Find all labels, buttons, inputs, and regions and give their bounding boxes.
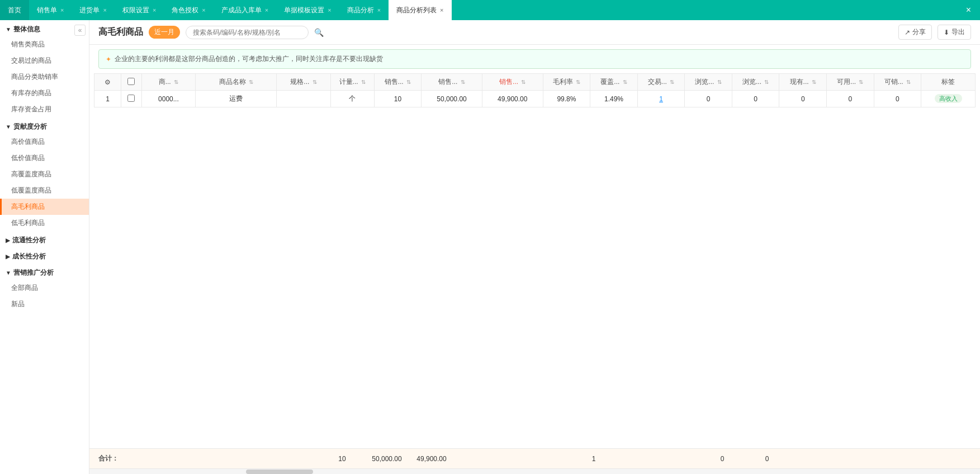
col-header-code[interactable]: 商... ⇅ <box>141 74 196 91</box>
data-table: ⚙ 商... ⇅ 商品名称 ⇅ <box>94 73 976 107</box>
sort-icon-14: ⇅ <box>859 79 863 85</box>
sidebar-collapse-button[interactable]: « <box>74 25 86 36</box>
export-icon: ⬇ <box>944 29 949 36</box>
cell-gross-rate: 99.8% <box>543 91 590 107</box>
nav-permission-settings[interactable]: 权限设置 × <box>115 0 164 20</box>
col-header-sale-profit[interactable]: 销售... ⇅ <box>482 74 543 91</box>
sidebar-item-category-rate[interactable]: 商品分类助销率 <box>0 69 89 85</box>
nav-goods-analysis[interactable]: 商品分析 × <box>339 0 389 20</box>
nav-home[interactable]: 首页 <box>0 0 29 20</box>
col-header-cover[interactable]: 覆盖... ⇅ <box>590 74 638 91</box>
select-all-checkbox[interactable] <box>127 78 135 85</box>
tag-high-income: 高收入 <box>935 94 962 103</box>
sort-icon-2: ⇅ <box>249 79 253 85</box>
row-checkbox[interactable] <box>127 95 135 102</box>
nav-goods-analysis-list[interactable]: 商品分析列表 × <box>389 0 451 20</box>
col-header-index: ⚙ <box>94 74 121 91</box>
footer-sale-amt: 50,000.00 <box>364 455 409 463</box>
sort-icon-11: ⇅ <box>717 79 722 85</box>
col-header-name[interactable]: 商品名称 ⇅ <box>196 74 277 91</box>
sidebar-item-traded-goods[interactable]: 交易过的商品 <box>0 53 89 69</box>
export-button[interactable]: ⬇ 导出 <box>938 25 971 40</box>
top-navigation: 首页 销售单 × 进货单 × 权限设置 × 角色授权 × 产成品入库单 × 单据… <box>0 0 980 20</box>
sidebar-item-new-goods[interactable]: 新品 <box>0 296 89 312</box>
footer-sale-qty: 10 <box>320 455 364 463</box>
nav-product-inbound[interactable]: 产成品入库单 × <box>214 0 276 20</box>
sidebar-item-low-coverage[interactable]: 低覆盖度商品 <box>0 182 89 199</box>
close-product-inbound[interactable]: × <box>265 7 268 13</box>
cell-tag: 高收入 <box>921 91 976 107</box>
sidebar-item-low-margin[interactable]: 低毛利商品 <box>0 215 89 231</box>
filter-button[interactable]: 近一月 <box>149 26 180 39</box>
close-purchase-order[interactable]: × <box>103 7 106 13</box>
close-goods-analysis-list[interactable]: × <box>440 7 443 13</box>
horizontal-scrollbar[interactable] <box>89 468 980 474</box>
col-header-trade[interactable]: 交易... ⇅ <box>637 74 685 91</box>
nav-role-auth[interactable]: 角色授权 × <box>164 0 213 20</box>
close-permission-settings[interactable]: × <box>153 7 156 13</box>
cell-stock2: 0 <box>827 91 874 107</box>
sort-icon-10: ⇅ <box>670 79 674 85</box>
col-header-sale-amt[interactable]: 销售... ⇅ <box>422 74 482 91</box>
cell-browse2: 0 <box>732 91 779 107</box>
cell-sale-amt: 50,000.00 <box>422 91 482 107</box>
share-button[interactable]: ↗ 分享 <box>898 25 932 40</box>
cell-trade: 1 <box>637 91 685 107</box>
col-header-gross-rate[interactable]: 毛利率 ⇅ <box>543 74 590 91</box>
col-header-tag: 标签 <box>921 74 976 91</box>
arrow-icon-5: ▼ <box>6 270 11 276</box>
cell-code: 0000... <box>141 91 196 107</box>
sort-icon-15: ⇅ <box>906 79 911 85</box>
sidebar-group-growth[interactable]: ▶ 成长性分析 <box>0 247 89 264</box>
search-button[interactable]: 🔍 <box>314 28 324 37</box>
col-header-spec[interactable]: 规格... ⇅ <box>277 74 331 91</box>
sidebar-item-all-goods[interactable]: 全部商品 <box>0 280 89 296</box>
close-template-settings[interactable]: × <box>328 7 331 13</box>
arrow-icon-2: ▼ <box>6 124 11 130</box>
sort-icon-12: ⇅ <box>764 79 769 85</box>
close-role-auth[interactable]: × <box>202 7 205 13</box>
sidebar-item-sales-goods[interactable]: 销售类商品 <box>0 36 89 53</box>
cell-browse1: 0 <box>685 91 732 107</box>
nav-sales-order[interactable]: 销售单 × <box>29 0 72 20</box>
sidebar-item-low-value[interactable]: 低价值商品 <box>0 150 89 166</box>
info-banner: ✦ 企业的主要的利润都是这部分商品创造的，可考虑加大推广，同时关注库存是不要出现… <box>98 49 971 69</box>
sidebar-group-circulation[interactable]: ▶ 流通性分析 <box>0 231 89 247</box>
col-header-check[interactable] <box>121 74 141 91</box>
footer-spacer <box>130 455 320 463</box>
settings-icon[interactable]: ⚙ <box>105 78 111 86</box>
window-close-button[interactable]: × <box>957 5 980 15</box>
col-header-browse1[interactable]: 浏览... ⇅ <box>685 74 732 91</box>
col-header-stock1[interactable]: 现有... ⇅ <box>779 74 827 91</box>
col-header-unit[interactable]: 计量... ⇅ <box>330 74 374 91</box>
table-row: 1 0000... 运费 个 10 50,000.00 49,900.00 <box>94 91 976 107</box>
sidebar-group-contribution[interactable]: ▼ 贡献度分析 <box>0 118 89 134</box>
col-header-sale-qty[interactable]: 销售... ⇅ <box>374 74 422 91</box>
sidebar-item-in-stock-goods[interactable]: 有库存的商品 <box>0 85 89 101</box>
scrollbar-thumb[interactable] <box>246 470 313 474</box>
sidebar-item-stock-capital[interactable]: 库存资金占用 <box>0 101 89 118</box>
cell-sale-profit: 49,900.00 <box>482 91 543 107</box>
close-sales-order[interactable]: × <box>60 7 64 13</box>
nav-purchase-order[interactable]: 进货单 × <box>72 0 114 20</box>
footer-values: 10 50,000.00 49,900.00 1 0 0 <box>130 455 971 463</box>
close-goods-analysis[interactable]: × <box>377 7 381 13</box>
info-icon: ✦ <box>106 55 111 63</box>
cell-check[interactable] <box>121 91 141 107</box>
cell-sale-qty: 10 <box>374 91 422 107</box>
cell-unit: 个 <box>330 91 374 107</box>
footer-summary: 合计： 10 50,000.00 49,900.00 1 0 0 <box>89 448 980 468</box>
search-input[interactable] <box>186 26 309 39</box>
col-header-browse2[interactable]: 浏览... ⇅ <box>732 74 779 91</box>
sidebar-item-high-coverage[interactable]: 高覆盖度商品 <box>0 166 89 182</box>
sidebar-group-marketing[interactable]: ▼ 营销推广分析 <box>0 264 89 280</box>
footer-spacer3 <box>616 455 700 463</box>
trade-link[interactable]: 1 <box>659 95 663 103</box>
col-header-sellable[interactable]: 可销... ⇅ <box>874 74 921 91</box>
cell-stock1: 0 <box>779 91 827 107</box>
sidebar-item-high-value[interactable]: 高价值商品 <box>0 134 89 150</box>
col-header-stock2[interactable]: 可用... ⇅ <box>827 74 874 91</box>
sidebar-item-high-margin[interactable]: 高毛利商品 <box>0 199 89 215</box>
main-layout: « ▼ 整体信息 销售类商品 交易过的商品 商品分类助销率 有库存的商品 库存资… <box>0 20 980 474</box>
nav-template-settings[interactable]: 单据模板设置 × <box>276 0 339 20</box>
